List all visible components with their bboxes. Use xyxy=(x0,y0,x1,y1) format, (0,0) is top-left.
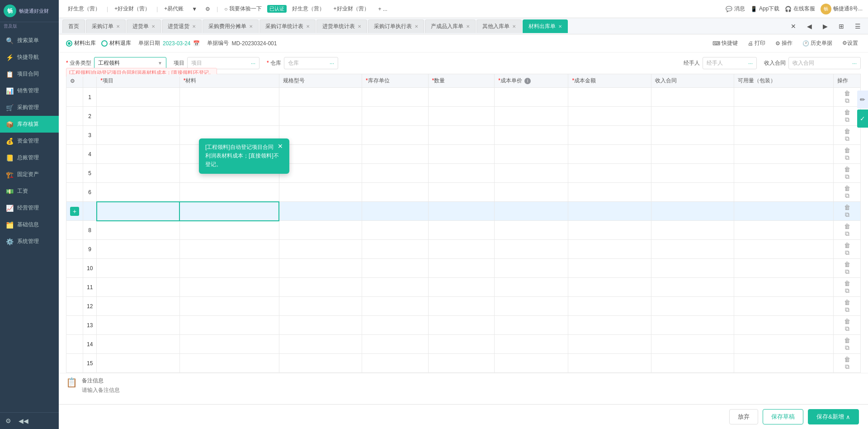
row-copy-btn[interactable]: ⧉ xyxy=(843,96,851,105)
handler-more-btn[interactable]: ··· xyxy=(748,60,753,67)
project-group: 项目 项目 ··· xyxy=(174,57,259,69)
side-panel-confirm-btn[interactable]: ✓ xyxy=(857,110,868,128)
tab-list-btn[interactable]: ☰ xyxy=(851,21,864,32)
radio-material-issue[interactable]: 材料出库 xyxy=(66,39,96,47)
save-new-button[interactable]: 保存&新增 ∧ xyxy=(808,409,859,424)
side-panel-edit-btn[interactable]: ✏ xyxy=(857,91,868,109)
tab-close-goods-return[interactable]: ✕ xyxy=(192,24,196,29)
settings-btn[interactable]: ⚙设置 xyxy=(840,38,861,48)
tab-close-purchase-exec[interactable]: ✕ xyxy=(415,24,418,29)
row-copy-btn[interactable]: ⧉ xyxy=(843,248,851,257)
operations-btn[interactable]: ⚙ 操作 xyxy=(773,38,795,48)
add-row-btn[interactable]: + xyxy=(70,207,79,216)
bottom-actions: 放弃 保存草稿 保存&新增 ∧ xyxy=(59,404,868,429)
nav-hao-yecai[interactable]: +好业财（营） xyxy=(111,3,154,14)
shortcut-btn[interactable]: ⌨ 快捷键 xyxy=(710,38,741,48)
tab-goods-receipt[interactable]: 进货单 ✕ xyxy=(127,19,161,33)
tab-close-product-receipt[interactable]: ✕ xyxy=(466,24,470,29)
tab-close-other-receipt[interactable]: ✕ xyxy=(512,24,516,29)
row-copy-btn[interactable]: ⧉ xyxy=(843,172,851,181)
sidebar-item-finance[interactable]: 💰 资金管理 xyxy=(0,133,59,149)
sidebar-item-salary[interactable]: 💵 工资 xyxy=(0,183,59,200)
tab-goods-return[interactable]: 进货退货 ✕ xyxy=(162,19,202,33)
close-all-tabs-btn[interactable]: ✕ xyxy=(787,21,800,32)
row-copy-btn[interactable]: ⧉ xyxy=(843,267,851,276)
app-download-btn[interactable]: 📱 App下载 xyxy=(750,5,779,13)
notes-input[interactable] xyxy=(82,386,861,399)
tab-close-goods-receipt[interactable]: ✕ xyxy=(151,24,155,29)
nav-yi-daipei[interactable]: +易代账 xyxy=(160,3,187,14)
handler-group: 经手人 经手人 ··· xyxy=(684,57,757,69)
sidebar-item-shortcut[interactable]: ⚡ 快捷导航 xyxy=(0,49,59,66)
handler-input[interactable]: 经手人 ··· xyxy=(703,57,757,69)
radio-material-return[interactable]: 材料退库 xyxy=(101,39,131,47)
tab-close-material-issue[interactable]: ✕ xyxy=(558,24,562,29)
save-draft-button[interactable]: 保存草稿 xyxy=(763,409,803,424)
tab-close-goods-stats[interactable]: ✕ xyxy=(358,24,361,29)
tab-goods-stats[interactable]: 进货单统计表 ✕ xyxy=(316,19,367,33)
nav-more-dropdown[interactable]: ▼ xyxy=(189,4,200,14)
biz-type-input[interactable]: 工程领料 ▼ xyxy=(94,57,166,69)
row-copy-btn[interactable]: ⧉ xyxy=(843,115,851,124)
income-contract-more-btn[interactable]: ··· xyxy=(852,60,857,67)
history-btn[interactable]: 🕐 历史单据 xyxy=(800,38,835,48)
nav-settings-icon[interactable]: ⚙ xyxy=(202,4,214,14)
nav-certified3[interactable]: +好业财（营） xyxy=(330,3,373,14)
project-more-btn[interactable]: ··· xyxy=(251,60,255,67)
tab-purchase-exec[interactable]: 采购订单执行表 ✕ xyxy=(368,19,424,33)
sidebar-item-project[interactable]: 📋 项目合同 xyxy=(0,66,59,82)
row-copy-btn[interactable]: ⧉ xyxy=(843,229,851,238)
sidebar-item-inventory[interactable]: 📦 库存核算 xyxy=(0,116,59,133)
nav-certified2[interactable]: 好生意（营） xyxy=(288,3,328,14)
tab-purchase-order[interactable]: 采购订单 ✕ xyxy=(86,19,126,33)
tab-purchase-stats[interactable]: 采购订单统计表 ✕ xyxy=(259,19,316,33)
discard-button[interactable]: 放弃 xyxy=(729,409,758,424)
warehouse-input[interactable]: 仓库 ··· xyxy=(284,57,338,69)
sidebar-item-ops[interactable]: 📈 经营管理 xyxy=(0,200,59,216)
col-header-settings[interactable]: ⚙ xyxy=(66,74,83,88)
sidebar-item-ledger[interactable]: 📒 总账管理 xyxy=(0,149,59,166)
print-btn[interactable]: 🖨 打印 xyxy=(745,38,768,48)
nav-experience[interactable]: ○ 我要体验一下 xyxy=(221,3,265,14)
sidebar-item-assets[interactable]: 🏗️ 固定资产 xyxy=(0,166,59,183)
tab-next-btn[interactable]: ▶ xyxy=(819,21,831,32)
tab-home[interactable]: 首页 xyxy=(62,19,85,33)
sidebar-item-system[interactable]: ⚙️ 系统管理 xyxy=(0,233,59,250)
income-contract-input[interactable]: 收入合同 ··· xyxy=(788,57,861,69)
row-copy-btn[interactable]: ⧉ xyxy=(843,324,851,333)
sidebar-item-purchase[interactable]: 🛒 采购管理 xyxy=(0,99,59,116)
project-input[interactable]: 项目 ··· xyxy=(187,57,259,69)
doc-date-value[interactable]: 2023-03-24 xyxy=(163,40,190,47)
row-copy-btn[interactable]: ⧉ xyxy=(843,210,851,219)
tab-grid-btn[interactable]: ⊞ xyxy=(835,21,848,32)
user-menu[interactable]: 畅 畅捷通8号... xyxy=(821,4,863,14)
row-copy-btn[interactable]: ⧉ xyxy=(843,134,851,143)
row-copy-btn[interactable]: ⧉ xyxy=(843,343,851,352)
tooltip-close-btn[interactable]: ✕ xyxy=(278,143,283,149)
tab-close-purchase-expense[interactable]: ✕ xyxy=(249,24,253,29)
calendar-icon[interactable]: 📅 xyxy=(193,40,200,47)
tab-material-issue[interactable]: 材料出库单 ✕ xyxy=(523,19,568,33)
tab-prev-btn[interactable]: ◀ xyxy=(803,21,816,32)
sidebar-settings-btn[interactable]: ⚙ xyxy=(5,417,11,424)
online-service-btn[interactable]: 🎧 在线客服 xyxy=(785,5,815,13)
row-copy-btn[interactable]: ⧉ xyxy=(843,305,851,314)
tab-close-purchase-order[interactable]: ✕ xyxy=(116,24,120,29)
sidebar-item-search[interactable]: 🔍 搜索菜单 xyxy=(0,32,59,49)
tab-purchase-expense[interactable]: 采购费用分摊单 ✕ xyxy=(203,19,259,33)
cost-price-info-icon[interactable]: i xyxy=(524,78,531,84)
nav-more[interactable]: + ... xyxy=(375,4,391,14)
sidebar-item-basic[interactable]: 🗂️ 基础信息 xyxy=(0,216,59,233)
tab-close-purchase-stats[interactable]: ✕ xyxy=(306,24,310,29)
row-copy-btn[interactable]: ⧉ xyxy=(843,362,851,371)
row-copy-btn[interactable]: ⧉ xyxy=(843,191,851,200)
message-btn[interactable]: 💬 消息 xyxy=(726,5,745,13)
row-copy-btn[interactable]: ⧉ xyxy=(843,153,851,162)
sidebar-item-sales[interactable]: 📊 销售管理 xyxy=(0,82,59,99)
row-copy-btn[interactable]: ⧉ xyxy=(843,286,851,295)
tab-other-receipt[interactable]: 其他入库单 ✕ xyxy=(476,19,522,33)
tab-product-receipt[interactable]: 产成品入库单 ✕ xyxy=(425,19,476,33)
nav-hao-shengyi[interactable]: 好生意（营） xyxy=(64,3,104,14)
warehouse-more-btn[interactable]: ··· xyxy=(330,60,334,67)
sidebar-collapse-btn[interactable]: ◀◀ xyxy=(19,417,28,424)
